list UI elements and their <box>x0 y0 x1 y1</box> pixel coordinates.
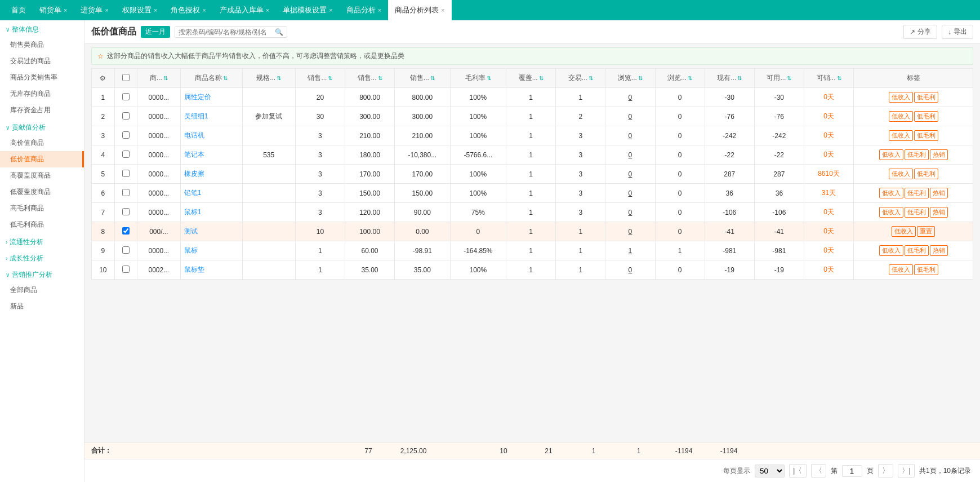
cell-views1[interactable]: 0 <box>605 165 655 184</box>
sidebar-section-growth[interactable]: › 成长性分析 <box>0 249 84 266</box>
cell-checkbox[interactable] <box>114 222 137 241</box>
cell-checkbox[interactable] <box>114 145 137 165</box>
next-page-button[interactable]: 〉 <box>878 464 893 477</box>
sidebar-section-circulation[interactable]: › 流通性分析 <box>0 233 84 249</box>
column-checkbox[interactable] <box>114 69 137 88</box>
cell-checkbox[interactable] <box>114 126 137 145</box>
close-icon[interactable]: × <box>105 7 108 14</box>
cell-name[interactable]: 吴细细1 <box>180 107 242 126</box>
row-checkbox[interactable] <box>122 93 130 100</box>
sidebar-section-overview[interactable]: ∨ 整体信息 <box>0 20 84 37</box>
first-page-button[interactable]: |〈 <box>789 464 806 477</box>
cell-checkbox[interactable] <box>114 107 137 126</box>
sort-icon[interactable]: ⇅ <box>787 75 791 81</box>
sort-icon[interactable]: ⇅ <box>589 75 593 81</box>
cell-name[interactable]: 电话机 <box>180 126 242 145</box>
cell-views1[interactable]: 0 <box>605 126 655 145</box>
nav-sales-order[interactable]: 销货单 × <box>33 0 74 20</box>
cell-checkbox[interactable] <box>114 88 137 107</box>
sort-icon[interactable]: ⇅ <box>638 75 643 81</box>
close-icon[interactable]: × <box>378 7 381 14</box>
cell-views1[interactable]: 0 <box>605 203 655 222</box>
close-icon[interactable]: × <box>266 7 269 14</box>
views1-link[interactable]: 1 <box>629 247 632 255</box>
cell-checkbox[interactable] <box>114 165 137 184</box>
sidebar-item-low-margin[interactable]: 低毛利商品 <box>0 216 84 233</box>
views1-link[interactable]: 0 <box>629 94 632 101</box>
row-checkbox[interactable] <box>122 112 130 120</box>
sidebar-item-low-value[interactable]: 低价值商品 <box>0 151 84 167</box>
export-button[interactable]: ↓ 导出 <box>942 25 973 39</box>
cell-views1[interactable]: 0 <box>605 184 655 203</box>
row-checkbox[interactable] <box>122 189 130 196</box>
sidebar-section-contribution[interactable]: ∨ 贡献值分析 <box>0 118 84 135</box>
views1-link[interactable]: 0 <box>629 132 632 140</box>
sidebar-item-low-coverage[interactable]: 低覆盖度商品 <box>0 184 84 200</box>
cell-name[interactable]: 鼠标1 <box>180 203 242 222</box>
gear-icon[interactable]: ⚙ <box>100 74 106 82</box>
cell-checkbox[interactable] <box>114 260 137 280</box>
sidebar-item-no-stock[interactable]: 无库存的商品 <box>0 86 84 102</box>
cell-name[interactable]: 笔记本 <box>180 145 242 165</box>
views1-link[interactable]: 0 <box>629 170 632 178</box>
sort-icon[interactable]: ⇅ <box>378 75 382 81</box>
nav-home[interactable]: 首页 <box>5 0 33 20</box>
sort-icon[interactable]: ⇅ <box>737 75 742 81</box>
views1-link[interactable]: 0 <box>629 151 632 159</box>
cell-name[interactable]: 属性定价 <box>180 88 242 107</box>
cell-name[interactable]: 橡皮擦 <box>180 165 242 184</box>
sort-icon[interactable]: ⇅ <box>688 75 692 81</box>
row-checkbox[interactable] <box>122 131 130 139</box>
row-checkbox[interactable] <box>122 227 130 235</box>
cell-views1[interactable]: 0 <box>605 260 655 280</box>
sort-icon[interactable]: ⇅ <box>223 75 228 81</box>
page-input[interactable] <box>842 465 862 477</box>
row-checkbox[interactable] <box>122 208 130 215</box>
column-gear[interactable]: ⚙ <box>92 69 115 88</box>
row-checkbox[interactable] <box>122 246 130 254</box>
close-icon[interactable]: × <box>154 7 157 14</box>
sort-icon[interactable]: ⇅ <box>837 75 841 81</box>
sort-icon[interactable]: ⇅ <box>487 75 491 81</box>
cell-name[interactable]: 鼠标 <box>180 241 242 260</box>
row-checkbox[interactable] <box>122 170 130 177</box>
views1-link[interactable]: 0 <box>629 113 632 121</box>
cell-name[interactable]: 铅笔1 <box>180 184 242 203</box>
views1-link[interactable]: 0 <box>629 189 632 197</box>
sort-icon[interactable]: ⇅ <box>163 75 168 81</box>
sidebar-item-stock-capital[interactable]: 库存资金占用 <box>0 102 84 118</box>
sort-icon[interactable]: ⇅ <box>328 75 332 81</box>
cell-views1[interactable]: 0 <box>605 222 655 241</box>
search-icon[interactable]: 🔍 <box>275 28 283 36</box>
sidebar-item-high-coverage[interactable]: 高覆盖度商品 <box>0 167 84 184</box>
cell-views1[interactable]: 0 <box>605 107 655 126</box>
nav-product-analysis-list[interactable]: 商品分析列表 × <box>388 0 451 20</box>
nav-role-auth[interactable]: 角色授权 × <box>164 0 212 20</box>
nav-purchase-order[interactable]: 进货单 × <box>74 0 115 20</box>
cell-views1[interactable]: 0 <box>605 88 655 107</box>
per-page-select[interactable]: 50 100 <box>755 465 785 477</box>
row-checkbox[interactable] <box>122 266 130 273</box>
share-button[interactable]: ↗ 分享 <box>903 25 937 39</box>
sidebar-section-marketing[interactable]: ∨ 营销推广分析 <box>0 266 84 282</box>
sidebar-item-high-margin[interactable]: 高毛利商品 <box>0 200 84 216</box>
close-icon[interactable]: × <box>202 7 206 14</box>
sidebar-item-new-products[interactable]: 新品 <box>0 298 84 315</box>
nav-product-analysis[interactable]: 商品分析 × <box>340 0 388 20</box>
period-button[interactable]: 近一月 <box>141 26 170 38</box>
cell-checkbox[interactable] <box>114 241 137 260</box>
nav-template-settings[interactable]: 单据模板设置 × <box>276 0 339 20</box>
sort-icon[interactable]: ⇅ <box>539 75 544 81</box>
sidebar-item-high-value[interactable]: 高价值商品 <box>0 135 84 151</box>
sort-icon[interactable]: ⇅ <box>277 75 281 81</box>
sidebar-item-all-products[interactable]: 全部商品 <box>0 282 84 298</box>
search-input[interactable] <box>179 28 275 36</box>
sort-icon[interactable]: ⇅ <box>430 75 435 81</box>
prev-page-button[interactable]: 〈 <box>811 464 826 477</box>
close-icon[interactable]: × <box>64 7 67 14</box>
cell-views1[interactable]: 1 <box>605 241 655 260</box>
cell-name[interactable]: 鼠标垫 <box>180 260 242 280</box>
select-all-checkbox[interactable] <box>122 74 130 81</box>
views1-link[interactable]: 0 <box>629 209 632 216</box>
views1-link[interactable]: 0 <box>629 266 632 274</box>
